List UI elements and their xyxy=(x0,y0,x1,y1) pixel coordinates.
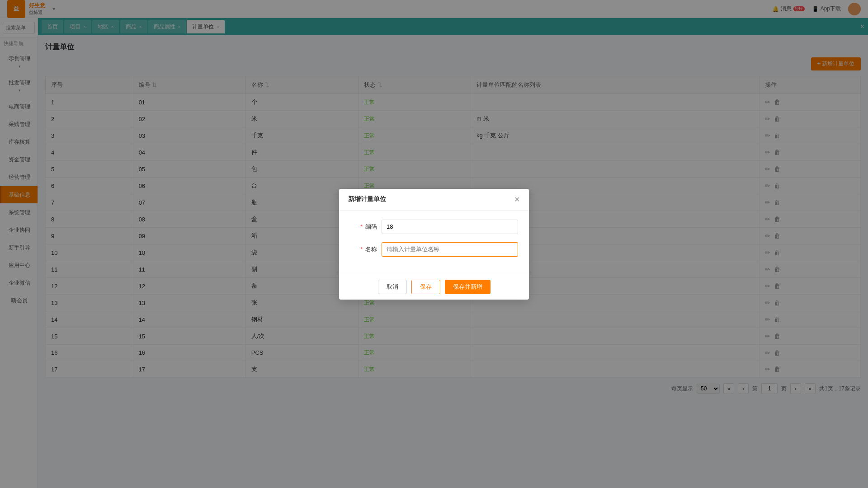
code-form-row: * 编码 xyxy=(350,220,518,234)
modal-footer: 取消 保存 保存并新增 xyxy=(339,274,529,300)
name-input[interactable] xyxy=(382,242,518,257)
add-unit-modal: 新增计量单位 ✕ * 编码 * 名称 取消 保存 保存并新增 xyxy=(339,189,529,300)
cancel-button[interactable]: 取消 xyxy=(378,280,407,294)
modal-close-button[interactable]: ✕ xyxy=(514,195,520,204)
modal-body: * 编码 * 名称 xyxy=(339,211,529,274)
save-and-new-button[interactable]: 保存并新增 xyxy=(445,280,491,294)
modal-title: 新增计量单位 xyxy=(348,195,386,203)
modal-header: 新增计量单位 ✕ xyxy=(339,189,529,211)
code-label: * 编码 xyxy=(350,223,377,231)
code-input[interactable] xyxy=(382,220,518,234)
name-label: * 名称 xyxy=(350,245,377,253)
modal-overlay: 新增计量单位 ✕ * 编码 * 名称 取消 保存 保存并新增 xyxy=(0,0,868,488)
name-form-row: * 名称 xyxy=(350,242,518,257)
save-button[interactable]: 保存 xyxy=(411,280,440,294)
